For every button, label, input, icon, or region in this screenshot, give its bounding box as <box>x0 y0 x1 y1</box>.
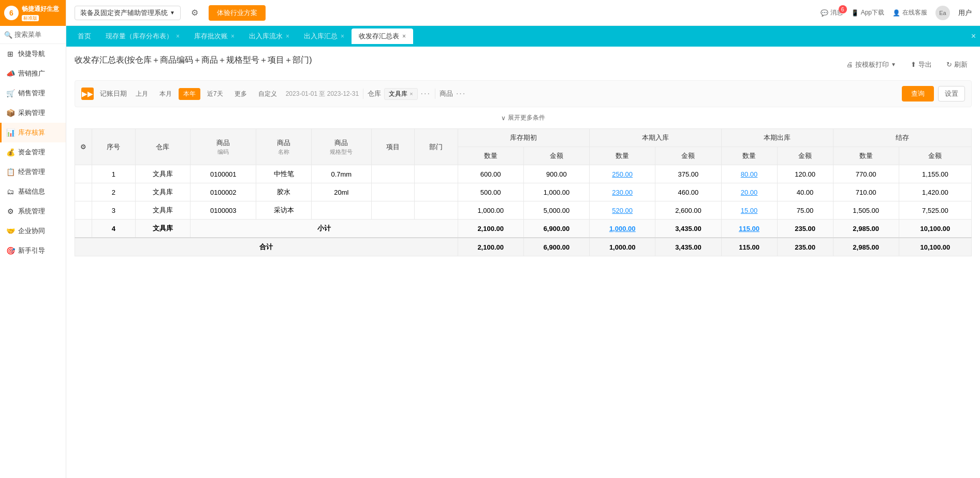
sidebar-item-basic[interactable]: 🗂 基础信息 <box>0 182 66 201</box>
tab-in-out-summary-close[interactable]: × <box>341 33 344 40</box>
date-btn-more[interactable]: 更多 <box>230 88 252 100</box>
tab-recv-send-summary[interactable]: 收发存汇总表 × <box>352 28 413 44</box>
tab-recv-send-summary-close[interactable]: × <box>402 33 406 40</box>
logo-text: 畅捷通好生意 标准版 <box>22 5 59 22</box>
date-filter-label: 记账日期 <box>100 89 127 98</box>
date-btn-prev-month[interactable]: 上月 <box>131 88 153 100</box>
sidebar-search[interactable]: 🔍 搜索菜单 <box>0 26 66 44</box>
table-row: 1 文具库 0100001 中性笔 0.7mm 600.00 900.00 25… <box>75 165 972 183</box>
filter-settings-button[interactable]: 设置 <box>938 86 965 102</box>
col-name-header: 商品名称 <box>256 129 312 165</box>
row-out-qty[interactable]: 15.00 <box>721 201 777 220</box>
row-in-amt: 2,600.00 <box>655 201 721 220</box>
row-no: 1 <box>92 165 136 183</box>
out-amt-header: 金额 <box>777 147 833 165</box>
tab-batch-account[interactable]: 库存批次账 × <box>187 28 242 44</box>
col-in-header: 本期入库 <box>590 129 722 147</box>
tab-in-out-flow[interactable]: 出入库流水 × <box>242 28 297 44</box>
topbar-right: 💬 消息 6 📱 App下载 👤 在线客服 Ea 用户 <box>821 6 972 20</box>
print-dropdown-icon: ▼ <box>891 62 896 67</box>
row-in-qty[interactable]: 520.00 <box>590 201 655 220</box>
sidebar-item-operations[interactable]: 📋 经营管理 <box>0 162 66 182</box>
table-row: 3 文具库 0100003 采访本 1,000.00 5,000.00 520.… <box>75 201 972 220</box>
sidebar-item-quick-nav[interactable]: ⊞ 快捷导航 <box>0 44 66 64</box>
out-qty-header: 数量 <box>721 147 777 165</box>
tab-batch-account-close[interactable]: × <box>231 33 235 40</box>
online-service-button[interactable]: 👤 在线客服 <box>893 8 927 17</box>
sidebar-item-enterprise[interactable]: 🤝 企业协同 <box>0 221 66 241</box>
row-bal-amt: 7,525.00 <box>899 201 971 220</box>
message-badge: 6 <box>839 5 847 13</box>
refresh-icon: ↻ <box>946 61 952 68</box>
row-open-amt: 5,000.00 <box>523 201 589 220</box>
goods-filter-more[interactable]: ··· <box>456 89 466 98</box>
tabbar-close-all[interactable]: × <box>971 32 976 41</box>
col-settings-header[interactable]: ⚙ <box>75 129 92 165</box>
date-btn-custom[interactable]: 自定义 <box>254 88 282 100</box>
tab-inventory-dist-close[interactable]: × <box>176 33 180 40</box>
subtotal-in-qty[interactable]: 1,000.00 <box>590 220 655 238</box>
sidebar-item-label: 企业协同 <box>18 226 45 236</box>
trial-button[interactable]: 体验行业方案 <box>209 5 266 21</box>
filter-toggle-button[interactable]: ▶▶ <box>81 88 94 100</box>
row-project <box>371 165 415 183</box>
row-in-qty[interactable]: 250.00 <box>590 165 655 183</box>
date-btn-this-year[interactable]: 本年 <box>179 88 200 100</box>
print-icon: 🖨 <box>846 61 853 68</box>
data-table: ⚙ 序号 仓库 商品编码 商品名称 商品规格型号 项目 部门 库存期初 本期入库… <box>75 128 972 256</box>
row-out-qty[interactable]: 80.00 <box>721 165 777 183</box>
content-area: 收发存汇总表(按仓库＋商品编码＋商品＋规格型号＋项目＋部门) 🖨 按模板打印 ▼… <box>66 47 980 478</box>
tab-in-out-summary-label: 出入库汇总 <box>304 32 338 41</box>
sidebar-item-system[interactable]: ⚙ 系统管理 <box>0 201 66 221</box>
print-button[interactable]: 🖨 按模板打印 ▼ <box>842 58 900 71</box>
expand-more-button[interactable]: ∨ 展开更多条件 <box>75 111 972 124</box>
system-selector[interactable]: 装备及固定资产辅助管理系统 ▼ <box>75 6 181 20</box>
col-no-header: 序号 <box>92 129 136 165</box>
tab-in-out-flow-close[interactable]: × <box>286 33 289 40</box>
sidebar-item-purchase[interactable]: 📦 采购管理 <box>0 103 66 123</box>
user-avatar[interactable]: Ea <box>935 6 950 20</box>
open-qty-header: 数量 <box>458 147 523 165</box>
warehouse-filter-more[interactable]: ··· <box>421 89 431 98</box>
date-btn-7days[interactable]: 近7天 <box>202 88 228 100</box>
row-out-amt: 120.00 <box>777 165 833 183</box>
query-button[interactable]: 查询 <box>902 86 934 102</box>
export-button[interactable]: ⬆ 导出 <box>906 58 936 71</box>
row-spec: 20ml <box>312 183 372 201</box>
filter-section: 记账日期 上月 本月 本年 近7天 更多 自定义 2023-01-01 至 20… <box>100 88 896 100</box>
row-bal-amt: 1,420.00 <box>899 183 971 201</box>
row-bal-qty: 770.00 <box>833 165 899 183</box>
app-download-label: App下载 <box>861 8 884 17</box>
settings-gear-icon[interactable]: ⚙ <box>187 5 202 21</box>
row-in-qty[interactable]: 230.00 <box>590 183 655 201</box>
tab-in-out-summary[interactable]: 出入库汇总 × <box>297 28 352 44</box>
app-download-button[interactable]: 📱 App下载 <box>851 8 884 17</box>
col-opening-header: 库存期初 <box>458 129 590 147</box>
user-label[interactable]: 用户 <box>958 8 972 18</box>
row-name: 中性笔 <box>256 165 312 183</box>
refresh-button[interactable]: ↻ 刷新 <box>942 58 972 71</box>
in-qty-header: 数量 <box>590 147 655 165</box>
row-out-qty[interactable]: 20.00 <box>721 183 777 201</box>
sidebar-item-label: 资金管理 <box>18 148 45 157</box>
tab-inventory-dist[interactable]: 现存量（库存分布表） × <box>98 28 187 44</box>
row-settings <box>75 165 92 183</box>
sidebar-item-sales[interactable]: 🛒 销售管理 <box>0 83 66 103</box>
col-out-header: 本期出库 <box>721 129 833 147</box>
sidebar-item-finance[interactable]: 💰 资金管理 <box>0 142 66 162</box>
subtotal-out-amt: 235.00 <box>777 220 833 238</box>
bal-qty-header: 数量 <box>833 147 899 165</box>
sidebar-item-guide[interactable]: 🎯 新手引导 <box>0 241 66 260</box>
date-btn-this-month[interactable]: 本月 <box>155 88 177 100</box>
message-button[interactable]: 💬 消息 6 <box>821 8 843 17</box>
sidebar-item-inventory[interactable]: 📊 库存核算 <box>0 123 66 142</box>
date-range-display: 2023-01-01 至 2023-12-31 <box>286 90 359 98</box>
sidebar-item-label: 新手引导 <box>18 246 45 255</box>
warehouse-tag-close[interactable]: × <box>409 91 413 97</box>
tab-home[interactable]: 首页 <box>70 28 98 44</box>
sidebar-item-marketing[interactable]: 📣 营销推广 <box>0 64 66 83</box>
sidebar-item-label: 营销推广 <box>18 69 45 78</box>
sidebar-item-label: 基础信息 <box>18 187 45 196</box>
print-label: 按模板打印 <box>855 60 889 69</box>
subtotal-out-qty[interactable]: 115.00 <box>721 220 777 238</box>
